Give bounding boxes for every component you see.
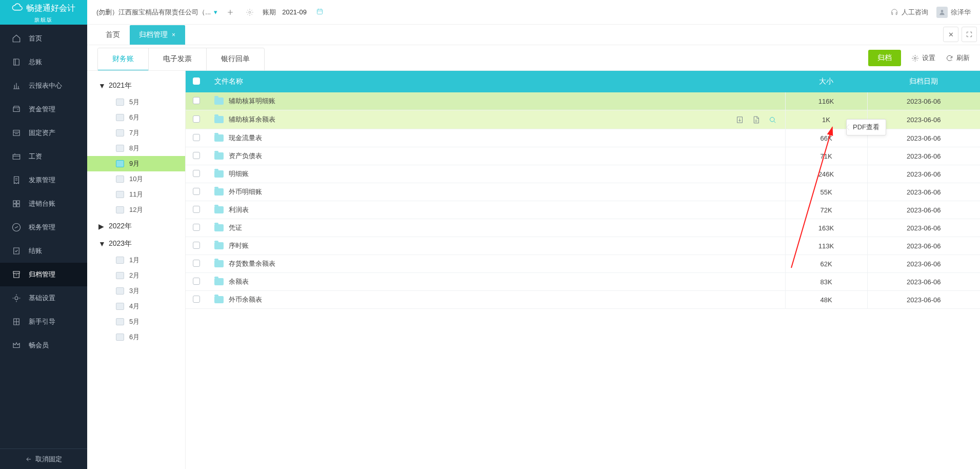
table-row[interactable]: 明细账246K2023-06-06 [186, 165, 980, 183]
sidebar-item-vip[interactable]: 畅会员 [0, 334, 87, 357]
tab-home[interactable]: 首页 [96, 25, 130, 45]
table-row[interactable]: 外币明细账55K2023-06-06 [186, 183, 980, 201]
company-select[interactable]: (勿删）江西服宝精品有限责任公司（... ▾ [96, 8, 217, 17]
tree-month[interactable]: 9月 [87, 156, 185, 171]
file-date: 2023-06-06 [867, 237, 980, 255]
row-checkbox[interactable] [193, 206, 200, 213]
settings-link[interactable]: 设置 [911, 53, 935, 63]
th-date-label: 归档日期 [909, 77, 938, 85]
file-name: 明细账 [229, 169, 249, 179]
consult-link[interactable]: 人工咨询 [890, 8, 928, 17]
file-table: 文件名称 大小 归档日期 辅助核算明细账116K2023-06-06辅助核算余额… [186, 71, 980, 309]
th-name: 文件名称 [207, 71, 785, 92]
tab-archive[interactable]: 归档管理× [130, 25, 185, 45]
subtab-2[interactable]: 银行回单 [207, 48, 264, 70]
tree-month[interactable]: 5月 [87, 314, 185, 329]
sidebar-item-close[interactable]: 结账 [0, 239, 87, 263]
file-size: 163K [785, 219, 867, 237]
folder-icon [116, 206, 124, 213]
row-checkbox[interactable] [193, 260, 200, 267]
refresh-link[interactable]: 刷新 [946, 53, 970, 63]
table-row[interactable]: 外币余额表48K2023-06-06 [186, 291, 980, 309]
sidebar-item-invoice[interactable]: 发票管理 [0, 168, 87, 192]
tab-home-label: 首页 [106, 30, 120, 38]
guide-icon [11, 317, 22, 327]
table-row[interactable]: 凭证163K2023-06-06 [186, 219, 980, 237]
tree-month[interactable]: 10月 [87, 171, 185, 187]
gear-button[interactable] [243, 6, 256, 19]
folder-icon [214, 260, 224, 267]
table-row[interactable]: 利润表72K2023-06-06 [186, 201, 980, 219]
tree-month[interactable]: 1月 [87, 252, 185, 268]
user-menu[interactable]: 徐泽华 [936, 7, 971, 18]
sidebar-item-asset[interactable]: 固定资产 [0, 121, 87, 145]
pdf-view-icon[interactable] [768, 114, 778, 125]
pin-icon [25, 456, 32, 463]
sidebar-item-chart[interactable]: 云报表中心 [0, 74, 87, 97]
archive-button[interactable]: 归档 [868, 50, 901, 66]
sidebar-item-ledger[interactable]: 总账 [0, 50, 87, 74]
sidebar-item-guide[interactable]: 新手引导 [0, 310, 87, 334]
tree-year[interactable]: ▼2021年 [87, 77, 185, 94]
checkbox-all[interactable] [193, 77, 200, 85]
sidebar-item-salary[interactable]: 工资 [0, 145, 87, 168]
home-icon [11, 33, 22, 44]
table-row[interactable]: 资产负债表71K2023-06-06 [186, 147, 980, 165]
topbar: (勿删）江西服宝精品有限责任公司（... ▾ 账期 2021-09 人工咨询 徐… [87, 0, 980, 25]
folder-icon [214, 170, 224, 178]
row-checkbox[interactable] [193, 242, 200, 249]
sidebar-unpin-label: 取消固定 [35, 455, 62, 464]
file-size: 113K [785, 237, 867, 255]
tree-month[interactable]: 5月 [87, 94, 185, 110]
sidebar-item-wallet[interactable]: 资金管理 [0, 97, 87, 121]
chart-icon [11, 81, 22, 91]
sidebar-item-label: 首页 [29, 34, 42, 43]
row-checkbox[interactable] [193, 134, 200, 141]
tab-close-icon[interactable]: × [172, 31, 175, 38]
sidebar-unpin[interactable]: 取消固定 [0, 448, 87, 469]
tree-month[interactable]: 2月 [87, 268, 185, 283]
caret-right-icon: ▶ [98, 222, 104, 230]
table-row[interactable]: 辅助核算明细账116K2023-06-06 [186, 92, 980, 110]
download-pdf-icon[interactable] [751, 114, 762, 125]
file-name: 凭证 [229, 223, 242, 232]
row-checkbox[interactable] [193, 97, 200, 104]
add-button[interactable] [224, 6, 237, 19]
folder-icon [214, 97, 224, 105]
tree-month[interactable]: 7月 [87, 125, 185, 141]
row-checkbox[interactable] [193, 296, 200, 303]
tree-month[interactable]: 6月 [87, 329, 185, 345]
sidebar-item-tax[interactable]: 税务管理 [0, 216, 87, 239]
file-date: 2023-06-06 [867, 147, 980, 165]
tree-year[interactable]: ▼2023年 [87, 235, 185, 252]
tab-close-all[interactable]: ✕ [943, 27, 958, 42]
row-checkbox[interactable] [193, 170, 200, 177]
tree-month[interactable]: 8月 [87, 141, 185, 156]
subtab-0[interactable]: 财务账 [98, 48, 149, 70]
period-picker[interactable] [316, 8, 324, 17]
sidebar-item-archive[interactable]: 归档管理 [0, 263, 87, 286]
tree-year[interactable]: ▶2022年 [87, 218, 185, 235]
row-checkbox[interactable] [193, 115, 200, 123]
sidebar-item-home[interactable]: 首页 [0, 27, 87, 50]
tree-month[interactable]: 3月 [87, 283, 185, 299]
sidebar-item-settings[interactable]: 基础设置 [0, 286, 87, 310]
tree-month[interactable]: 12月 [87, 202, 185, 218]
tree-month[interactable]: 6月 [87, 110, 185, 125]
tree-month[interactable]: 11月 [87, 187, 185, 202]
row-checkbox[interactable] [193, 278, 200, 285]
table-row[interactable]: 序时账113K2023-06-06 [186, 237, 980, 255]
row-checkbox[interactable] [193, 188, 200, 195]
tab-fullscreen[interactable] [962, 27, 977, 42]
subtabs: 财务账电子发票银行回单 [97, 48, 265, 70]
fullscreen-icon [966, 31, 973, 38]
row-checkbox[interactable] [193, 224, 200, 231]
sidebar-item-stock[interactable]: 进销台账 [0, 192, 87, 216]
download-excel-icon[interactable] [735, 114, 745, 125]
row-checkbox[interactable] [193, 152, 200, 159]
subtab-1[interactable]: 电子发票 [149, 48, 207, 70]
table-row[interactable]: 余额表83K2023-06-06 [186, 273, 980, 291]
tree-month[interactable]: 4月 [87, 299, 185, 314]
table-row[interactable]: 存货数量余额表62K2023-06-06 [186, 255, 980, 273]
file-date: 2023-06-06 [867, 92, 980, 110]
